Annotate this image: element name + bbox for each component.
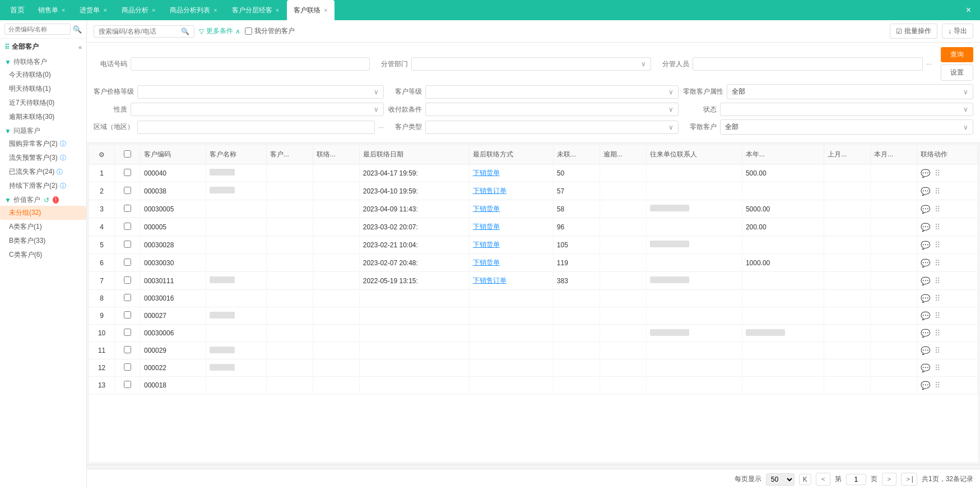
nav-tab-analysis[interactable]: 商品分析 × <box>115 0 162 20</box>
row-checkbox[interactable] <box>124 294 131 301</box>
next-page-button[interactable]: ＞ <box>882 473 897 486</box>
grid-icon[interactable]: ⠿ <box>935 294 940 303</box>
row-checkbox[interactable] <box>124 363 131 371</box>
col-checkbox[interactable] <box>115 145 141 164</box>
sidebar-item-ungroup[interactable]: 未分组(32) <box>0 206 86 220</box>
prev-page-button[interactable]: ＜ <box>816 473 830 486</box>
nav-tab-purchase[interactable]: 进货单 × <box>73 0 113 20</box>
my-customers-check[interactable]: 我分管的客户 <box>245 26 295 36</box>
cell-checkbox[interactable] <box>115 218 141 236</box>
row-checkbox[interactable] <box>124 346 131 353</box>
more-conditions-btn[interactable]: ▽ 更多条件 ∧ <box>199 26 240 36</box>
sidebar-search-icon[interactable]: 🔍 <box>73 25 82 34</box>
grid-icon[interactable]: ⠿ <box>935 205 940 214</box>
message-icon[interactable]: 💬 <box>921 381 930 390</box>
row-checkbox[interactable] <box>124 381 131 388</box>
grid-icon[interactable]: ⠿ <box>935 169 940 178</box>
message-icon[interactable]: 💬 <box>921 346 930 355</box>
my-customers-checkbox[interactable] <box>245 27 252 35</box>
message-icon[interactable]: 💬 <box>921 187 930 196</box>
cell-checkbox[interactable] <box>115 342 141 359</box>
nav-tab-analysis-list[interactable]: 商品分析列表 × <box>163 0 224 20</box>
filter-status-select[interactable]: ∨ <box>720 103 973 116</box>
cell-checkbox[interactable] <box>115 254 141 272</box>
filter-region-more-icon[interactable]: ··· <box>378 123 384 131</box>
per-page-select[interactable]: 50 100 200 <box>766 473 795 486</box>
grid-icon[interactable]: ⠿ <box>935 259 940 267</box>
row-checkbox[interactable] <box>124 311 131 319</box>
cell-checkbox[interactable] <box>115 290 141 307</box>
filter-phone-input[interactable] <box>131 57 370 71</box>
row-checkbox[interactable] <box>124 259 131 266</box>
message-icon[interactable]: 💬 <box>921 276 930 285</box>
sidebar-item-lost[interactable]: 已流失客户(24) ⓘ <box>0 165 86 179</box>
all-customers-header[interactable]: ⠿ 全部客户 « <box>0 39 86 55</box>
message-icon[interactable]: 💬 <box>921 169 930 178</box>
message-icon[interactable]: 💬 <box>921 329 930 338</box>
cell-checkbox[interactable] <box>115 359 141 377</box>
cell-checkbox[interactable] <box>115 200 141 218</box>
message-icon[interactable]: 💬 <box>921 241 930 250</box>
batch-op-button[interactable]: ☑ 批量操作 <box>890 24 937 39</box>
filter-customer-level-select[interactable]: ∨ <box>425 85 679 99</box>
select-all-checkbox[interactable] <box>124 150 131 158</box>
row-checkbox[interactable] <box>124 169 131 176</box>
last-method-link[interactable]: 下销货单 <box>473 169 500 177</box>
filter-retail-attr-select[interactable]: 全部 ∨ <box>727 84 973 99</box>
grid-icon[interactable]: ⠿ <box>935 363 940 372</box>
sidebar-item-tomorrow[interactable]: 明天待联络(1) <box>0 82 86 96</box>
sidebar-item-abnormal[interactable]: 囤购异常客户(2) ⓘ <box>0 137 86 151</box>
close-tab-sales-icon[interactable]: × <box>62 7 65 13</box>
last-method-link[interactable]: 下销售订单 <box>473 187 507 195</box>
grid-icon[interactable]: ⠿ <box>935 381 940 390</box>
row-checkbox[interactable] <box>124 276 131 284</box>
last-method-link[interactable]: 下销货单 <box>473 223 500 230</box>
sidebar-search-input[interactable] <box>4 24 71 35</box>
main-search-icon[interactable]: 🔍 <box>181 27 189 35</box>
message-icon[interactable]: 💬 <box>921 311 930 320</box>
sidebar-item-today[interactable]: 今天待联络(0) <box>0 68 86 82</box>
grid-icon[interactable]: ⠿ <box>935 346 940 355</box>
row-checkbox[interactable] <box>124 205 131 212</box>
close-tab-analysis-icon[interactable]: × <box>152 7 155 13</box>
sidebar-item-overdue[interactable]: 逾期未联络(30) <box>0 110 86 124</box>
cell-checkbox[interactable] <box>115 182 141 200</box>
cell-checkbox[interactable] <box>115 377 141 394</box>
grid-icon[interactable]: ⠿ <box>935 311 940 320</box>
filter-person-more-icon[interactable]: ··· <box>926 60 932 68</box>
sidebar-item-week[interactable]: 近7天待联络(0) <box>0 96 86 110</box>
row-checkbox[interactable] <box>124 241 131 248</box>
filter-person-input[interactable] <box>693 57 923 71</box>
sidebar-item-typeB[interactable]: B类客户(33) <box>0 234 86 248</box>
sidebar-item-typeA[interactable]: A类客户(1) <box>0 220 86 234</box>
filter-customer-type-select[interactable]: ∨ <box>425 121 679 134</box>
export-button[interactable]: ↓ 导出 <box>942 24 973 39</box>
nav-tab-customer-segment[interactable]: 客户分层经客 × <box>225 0 286 20</box>
cell-checkbox[interactable] <box>115 236 141 254</box>
col-settings[interactable]: ⚙ <box>89 145 115 164</box>
value-refresh-icon[interactable]: ↺ <box>44 196 49 204</box>
last-method-link[interactable]: 下销售订单 <box>473 276 507 284</box>
message-icon[interactable]: 💬 <box>921 259 930 267</box>
message-icon[interactable]: 💬 <box>921 205 930 214</box>
cell-checkbox[interactable] <box>115 307 141 325</box>
cell-checkbox[interactable] <box>115 272 141 290</box>
nav-tab-customer-contact[interactable]: 客户联络 × <box>287 0 334 20</box>
top-close-button[interactable]: × <box>962 5 976 15</box>
page-input[interactable] <box>846 474 866 485</box>
filter-retail-customer-select[interactable]: 全部 ∨ <box>720 119 973 135</box>
first-page-button[interactable]: K <box>799 474 811 485</box>
query-button[interactable]: 查询 <box>941 47 973 62</box>
sidebar-item-typeC[interactable]: C类客户(6) <box>0 248 86 262</box>
last-page-button[interactable]: ＞| <box>901 473 917 486</box>
reset-button[interactable]: 设置 <box>941 64 973 81</box>
grid-icon[interactable]: ⠿ <box>935 223 940 232</box>
filter-payment-select[interactable]: ∨ <box>425 103 679 116</box>
nav-tab-sales[interactable]: 销售单 × <box>31 0 72 20</box>
nav-home[interactable]: 首页 <box>4 5 30 15</box>
close-tab-purchase-icon[interactable]: × <box>103 7 106 13</box>
grid-icon[interactable]: ⠿ <box>935 329 940 338</box>
close-tab-analysis-list-icon[interactable]: × <box>213 7 217 13</box>
row-checkbox[interactable] <box>124 187 131 194</box>
row-checkbox[interactable] <box>124 329 131 336</box>
